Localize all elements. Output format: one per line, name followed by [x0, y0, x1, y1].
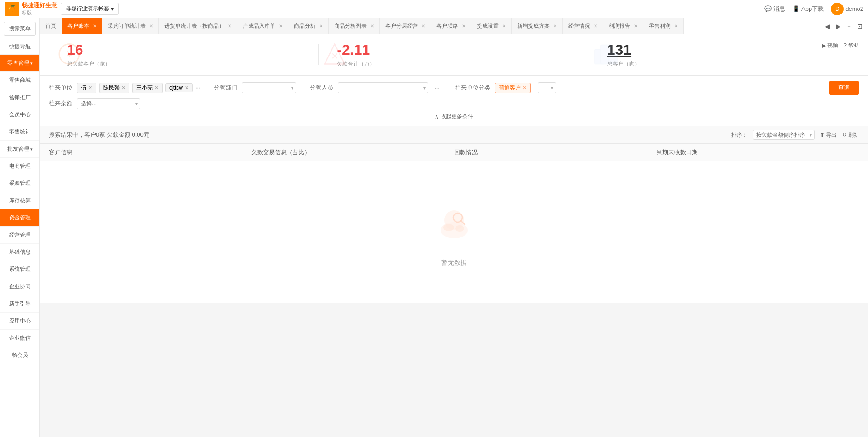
tab-promote-settings[interactable]: 提成设置 ✕: [471, 18, 512, 34]
tab-product-list-close[interactable]: ✕: [370, 24, 374, 28]
company-more-tags-button[interactable]: ···: [196, 85, 200, 91]
workspace-label: 母婴行业演示帐套: [66, 5, 109, 13]
sidebar-item-ecommerce[interactable]: 电商管理: [0, 158, 39, 175]
tab-customer-mgmt-close[interactable]: ✕: [422, 24, 425, 28]
sidebar-item-vip[interactable]: 畅会员: [0, 347, 39, 364]
col-due-date: 到期未收款日期: [657, 148, 859, 157]
sidebar-item-member-center[interactable]: 会员中心: [0, 106, 39, 124]
tab-product-analysis[interactable]: 商品分析 ✕: [288, 18, 329, 34]
query-button[interactable]: 查询: [829, 81, 859, 95]
tab-connect-close[interactable]: ✕: [462, 24, 465, 28]
sort-select[interactable]: 按欠款金额倒序排序: [753, 130, 815, 140]
tab-inbound-close[interactable]: ✕: [228, 24, 231, 28]
tab-customer-mgmt[interactable]: 客户分层经营 ✕: [380, 18, 431, 34]
sidebar-item-app-center[interactable]: 应用中心: [0, 313, 39, 330]
sidebar-label-retail-shop: 零售商城: [9, 77, 31, 83]
sidebar-item-retail-shop[interactable]: 零售商城: [0, 72, 39, 89]
tab-customer-connect[interactable]: 客户联络 ✕: [431, 18, 471, 34]
search-menu-button[interactable]: 搜索菜单: [4, 22, 36, 36]
tab-scroll-left-button[interactable]: ◀: [823, 22, 832, 31]
username: demo2: [845, 5, 863, 12]
balance-select-wrapper: 选择...: [77, 98, 140, 109]
empty-icon: [432, 198, 477, 252]
company-tag-chen-label: 陈民强: [103, 84, 120, 92]
logo-area: 🍊 畅捷通好生意 标版: [5, 2, 57, 16]
export-button[interactable]: ⬆ 导出: [820, 131, 837, 139]
tab-maximize-button[interactable]: ⊡: [855, 22, 864, 31]
company-tag-wu[interactable]: 伍 ✕: [77, 83, 96, 93]
category-select[interactable]: [538, 82, 556, 93]
tab-new-promote-label: 新增提成方案: [517, 22, 550, 30]
company-tag-cjttcw[interactable]: cjttcw ✕: [165, 83, 193, 92]
tab-inbound[interactable]: 进货单统计表（按商品） ✕: [159, 18, 237, 34]
person-more-options[interactable]: ···: [433, 85, 441, 91]
tab-promote-close[interactable]: ✕: [502, 24, 506, 28]
tab-customer-book-close[interactable]: ✕: [93, 24, 96, 28]
tab-inbound-label: 进货单统计表（按商品）: [164, 22, 224, 30]
sidebar-label-enterprise: 企业协同: [9, 283, 31, 290]
app-download-button[interactable]: 📱 App下载: [792, 5, 824, 13]
tab-new-promote[interactable]: 新增提成方案 ✕: [512, 18, 563, 34]
svg-point-11: [443, 224, 454, 231]
user-profile[interactable]: D demo2: [831, 3, 863, 15]
tab-biz-status[interactable]: 经营情况 ✕: [563, 18, 603, 34]
balance-select[interactable]: 选择...: [77, 98, 140, 109]
collapse-filters-button[interactable]: ∧ 收起更多条件: [49, 113, 859, 120]
tab-biz-close[interactable]: ✕: [594, 24, 597, 28]
sidebar-item-enterprise-coop[interactable]: 企业协同: [0, 278, 39, 295]
company-tag-wang[interactable]: 王小亮 ✕: [132, 83, 163, 93]
company-tag-cjttcw-close[interactable]: ✕: [185, 85, 189, 91]
company-tag-wu-close[interactable]: ✕: [88, 85, 92, 91]
tab-customer-book[interactable]: 客户账本 ✕: [62, 18, 102, 34]
sidebar-item-batch-mgmt[interactable]: 批发管理 ▾: [0, 141, 39, 158]
tab-new-promote-close[interactable]: ✕: [553, 24, 557, 28]
message-button[interactable]: 💬 消息: [764, 5, 785, 13]
sidebar-item-retail-mgmt[interactable]: 零售管理 ▾: [0, 55, 39, 72]
sidebar-item-biz-mgmt[interactable]: 经营管理: [0, 227, 39, 244]
tab-home[interactable]: 首页: [40, 18, 62, 34]
content-area: 首页 客户账本 ✕ 采购订单统计表 ✕ 进货单统计表（按商品） ✕ 产成品入库单…: [40, 18, 868, 437]
tab-customer-mgmt-label: 客户分层经营: [385, 22, 418, 30]
tab-product-close[interactable]: ✕: [319, 24, 323, 28]
sidebar-label-retail-stats: 零售统计: [9, 128, 31, 135]
sidebar-item-retail-stats[interactable]: 零售统计: [0, 124, 39, 141]
card2-bg-icon: ✕: [323, 43, 346, 66]
avatar: D: [831, 3, 844, 15]
category-filter-tags: 普通客户 ✕: [495, 83, 531, 93]
tab-profit[interactable]: 利润报告 ✕: [603, 18, 643, 34]
tab-customer-book-label: 客户账本: [67, 22, 89, 30]
tab-profit-close[interactable]: ✕: [634, 24, 638, 28]
quick-nav-button[interactable]: 快捷导航: [0, 39, 39, 55]
sidebar-item-wechat[interactable]: 企业微信: [0, 330, 39, 347]
tab-product-list[interactable]: 商品分析列表 ✕: [329, 18, 380, 34]
sidebar-item-system[interactable]: 系统管理: [0, 261, 39, 278]
person-select[interactable]: [338, 82, 428, 93]
refresh-button[interactable]: ↻ 刷新: [842, 131, 859, 139]
tab-purchase-close[interactable]: ✕: [149, 24, 153, 28]
tab-retail-profit-close[interactable]: ✕: [674, 24, 678, 28]
sidebar-item-basic-info[interactable]: 基础信息: [0, 244, 39, 261]
tab-scroll-right-button[interactable]: ▶: [834, 22, 843, 31]
tab-minimize-button[interactable]: －: [844, 22, 854, 31]
workspace-selector[interactable]: 母婴行业演示帐套 ▾: [61, 3, 119, 15]
svg-text:¥: ¥: [66, 48, 72, 60]
tab-cost-inbound[interactable]: 产成品入库单 ✕: [237, 18, 288, 34]
tab-cost-close[interactable]: ✕: [279, 24, 283, 28]
company-tag-chen-close[interactable]: ✕: [121, 85, 125, 91]
dept-select[interactable]: [242, 82, 296, 93]
sidebar-item-new-guide[interactable]: 新手引导: [0, 295, 39, 313]
tab-purchase-order[interactable]: 采购订单统计表 ✕: [102, 18, 159, 34]
sidebar-label-capital: 资金管理: [9, 214, 31, 221]
company-tag-chen[interactable]: 陈民强 ✕: [99, 83, 129, 93]
sidebar-item-capital[interactable]: 资金管理: [0, 209, 39, 227]
company-tag-wang-close[interactable]: ✕: [154, 85, 158, 91]
results-bar: 搜索结果中，客户0家 欠款金额 0.00元 排序： 按欠款金额倒序排序 ⬆ 导出…: [40, 126, 868, 144]
sidebar-label-biz: 经营管理: [9, 232, 31, 238]
category-tag-normal[interactable]: 普通客户 ✕: [495, 83, 531, 93]
category-tag-close[interactable]: ✕: [523, 85, 527, 91]
tab-retail-profit[interactable]: 零售利润 ✕: [643, 18, 684, 34]
sidebar-item-marketing[interactable]: 营销推广: [0, 89, 39, 106]
sidebar-item-inventory[interactable]: 库存核算: [0, 192, 39, 209]
sidebar-item-purchase[interactable]: 采购管理: [0, 175, 39, 192]
collapse-icon: ∧: [435, 114, 439, 120]
